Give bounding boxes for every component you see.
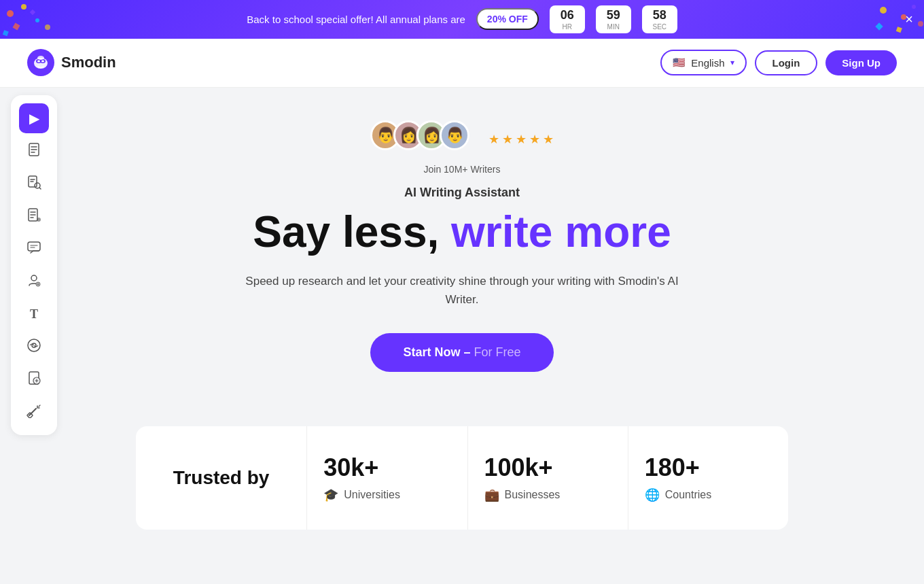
svg-rect-11 (896, 27, 902, 33)
document-icon (26, 142, 41, 160)
svg-point-32 (37, 218, 41, 222)
audio-icon (26, 338, 41, 356)
globe-icon: 🌐 (645, 487, 660, 502)
magic-icon (26, 403, 41, 422)
rating-area: 👨 👩 👩 👨 ★ ★ ★ ★ ★ (170, 120, 754, 158)
stat-countries-label-row: 🌐 Countries (645, 487, 711, 502)
user-avatars: 👨 👩 👩 👨 (370, 120, 469, 150)
sidebar-item-text[interactable]: T (19, 299, 49, 329)
stat-universities-number: 30k+ (323, 453, 378, 482)
stat-countries-label: Countries (665, 489, 711, 501)
cta-button[interactable]: Start Now – For Free (370, 333, 553, 372)
sidebar-item-bookmark[interactable] (19, 364, 49, 394)
chat-icon (26, 240, 41, 258)
svg-point-2 (35, 18, 39, 22)
signup-button[interactable]: Sign Up (825, 50, 897, 75)
search-doc-icon (26, 175, 41, 193)
stat-businesses-number: 100k+ (484, 453, 553, 482)
confetti-right (870, 0, 924, 39)
timer-seconds: 58 SEC (642, 5, 677, 33)
hero-section: 👨 👩 👩 👨 ★ ★ ★ ★ ★ Join 10M+ Writers AI W… (156, 88, 768, 394)
join-text: Join 10M+ Writers (170, 164, 754, 175)
star-4: ★ (529, 132, 540, 147)
logo-area: Smodin (27, 49, 660, 76)
sidebar-item-magic[interactable] (19, 397, 49, 427)
hero-subtitle: Speed up research and let your creativit… (231, 272, 693, 309)
star-1: ★ (488, 132, 499, 147)
svg-point-16 (37, 61, 40, 63)
stars-row: ★ ★ ★ ★ ★ (488, 132, 554, 147)
promo-banner: Back to school special offer! All annual… (0, 0, 924, 39)
sidebar: ▶ (11, 95, 57, 435)
bookmark-icon (26, 371, 41, 389)
svg-point-18 (37, 56, 44, 60)
stat-universities-label: Universities (344, 489, 400, 501)
cta-free-label: For Free (474, 345, 521, 359)
nav-right: 🇺🇸 English ▾ Login Sign Up (660, 50, 897, 75)
user-icon (26, 273, 41, 291)
trusted-col: Trusted by (136, 426, 306, 530)
svg-point-7 (880, 7, 887, 14)
star-2: ★ (502, 132, 513, 147)
banner-close-button[interactable]: × (905, 12, 913, 26)
svg-rect-4 (30, 10, 35, 15)
sidebar-item-list[interactable] (19, 201, 49, 231)
timer-hours: 06 HR (550, 5, 585, 33)
svg-point-12 (918, 21, 923, 27)
svg-point-10 (912, 5, 916, 9)
svg-point-0 (7, 10, 14, 17)
university-icon: 🎓 (323, 487, 338, 502)
sidebar-item-audio[interactable] (19, 332, 49, 362)
sidebar-item-document[interactable] (19, 136, 49, 166)
sidebar-item-expand[interactable]: ▶ (19, 103, 49, 133)
svg-line-50 (39, 405, 40, 407)
login-button[interactable]: Login (755, 50, 818, 75)
stat-countries-number: 180+ (645, 453, 700, 482)
sidebar-item-search[interactable] (19, 169, 49, 199)
list-icon (26, 207, 41, 226)
trusted-label: Trusted by (173, 467, 270, 489)
svg-rect-9 (875, 23, 883, 31)
stat-businesses-label-row: 💼 Businesses (484, 487, 561, 502)
svg-point-17 (41, 61, 44, 63)
cta-label: Start Now – (403, 345, 470, 359)
main-nav: Smodin 🇺🇸 English ▾ Login Sign Up (0, 39, 924, 88)
expand-icon: ▶ (29, 110, 39, 126)
ai-label: AI Writing Assistant (170, 186, 754, 200)
stat-countries: 180+ 🌐 Countries (628, 426, 788, 530)
svg-rect-33 (28, 242, 40, 251)
text-icon: T (30, 307, 38, 322)
language-selector[interactable]: 🇺🇸 English ▾ (660, 50, 746, 75)
svg-line-46 (29, 409, 36, 415)
avatar-4: 👨 (440, 120, 469, 150)
svg-line-25 (39, 188, 41, 189)
hero-title-black: Say less, (253, 207, 439, 256)
flag-icon: 🇺🇸 (673, 56, 686, 69)
sidebar-item-user[interactable] (19, 267, 49, 296)
star-5: ★ (543, 132, 554, 147)
stat-universities: 30k+ 🎓 Universities (306, 426, 467, 530)
confetti-left (0, 0, 54, 39)
sidebar-item-chat[interactable] (19, 234, 49, 264)
hero-title: Say less, write more (170, 208, 754, 256)
business-icon: 💼 (484, 487, 499, 502)
svg-point-1 (21, 4, 26, 10)
stats-row: Trusted by 30k+ 🎓 Universities 100k+ 💼 B… (136, 426, 788, 530)
logo-text: Smodin (61, 54, 116, 71)
main-content: 👨 👩 👩 👨 ★ ★ ★ ★ ★ Join 10M+ Writers AI W… (0, 88, 924, 530)
chevron-down-icon: ▾ (730, 58, 734, 67)
stat-businesses-label: Businesses (505, 489, 561, 501)
svg-point-36 (31, 275, 37, 281)
language-label: English (691, 57, 724, 69)
star-3: ★ (516, 132, 527, 147)
discount-badge[interactable]: 20% OFF (476, 8, 539, 30)
timer-minutes: 59 MIN (596, 5, 631, 33)
stat-businesses: 100k+ 💼 Businesses (467, 426, 628, 530)
svg-rect-3 (13, 23, 20, 31)
banner-text: Back to school special offer! All annual… (247, 14, 465, 25)
hero-title-purple: write more (451, 207, 671, 256)
svg-rect-6 (3, 30, 9, 36)
logo-icon (27, 49, 54, 76)
svg-point-5 (45, 24, 50, 30)
stat-universities-label-row: 🎓 Universities (323, 487, 400, 502)
